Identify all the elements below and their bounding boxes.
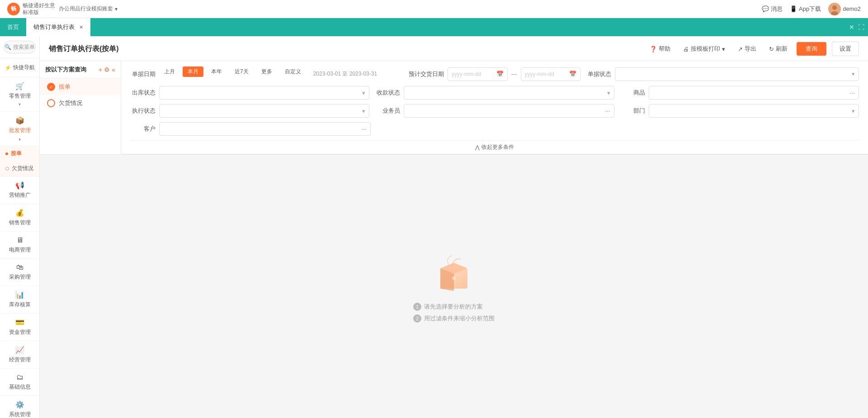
sidebar-item-purchase[interactable]: 🛍 采购管理 (0, 259, 39, 286)
sidebar-search-area: 🔍 搜索菜单 (0, 36, 39, 58)
finance-icon: 💳 (15, 318, 24, 327)
svg-point-1 (832, 5, 837, 10)
scheme-header: 按以下方案查询 + ⚙ « (40, 61, 121, 79)
system-icon: ⚙️ (15, 400, 24, 409)
sidebar-item-basic[interactable]: 🗂 基础信息 (0, 369, 39, 396)
sidebar: 🔍 搜索菜单 ⚡ 快捷导航 🛒 零售管理 ▾ 📦 批发管理 ▴ 按单 (0, 36, 40, 418)
user-avatar-area[interactable]: demo2 (828, 3, 861, 15)
goods-select[interactable]: ··· (649, 86, 859, 100)
sidebar-item-operation[interactable]: 📈 经营管理 (0, 341, 39, 369)
receipt-status-select[interactable]: ▾ (404, 86, 614, 100)
content-area: 销售订单执行表(按单) ❓ 帮助 🖨 按模板打印 ▾ ↗ 导出 (40, 36, 868, 418)
date-tab-custom[interactable]: 自定义 (280, 66, 306, 77)
collapse-button[interactable]: ⋀ 收起更多条件 (130, 140, 859, 154)
close-tab-icon[interactable]: ✕ (849, 24, 854, 31)
sub-menu-presale[interactable]: 按单 (0, 146, 39, 161)
marketing-icon: 📢 (15, 181, 24, 190)
date-tab-thisyear[interactable]: 本年 (206, 66, 227, 77)
refresh-button[interactable]: ↻ 刷新 (765, 43, 791, 55)
tab-close-icon[interactable]: ✕ (79, 24, 83, 30)
sidebar-item-wholesale[interactable]: 📦 批发管理 ▴ (0, 112, 39, 146)
filter-group-dept: 部门 ▾ (620, 104, 859, 118)
salesperson-select[interactable]: ··· (404, 104, 614, 118)
message-button[interactable]: 💬 消息 (762, 5, 783, 13)
logo-icon: 畅 (7, 3, 20, 15)
filter-date-range: yyyy-mm-dd 📅 — yyyy-mm-dd 📅 (448, 67, 580, 81)
exec-status-select[interactable]: ▾ (159, 104, 369, 118)
customer-select[interactable]: ··· (159, 122, 371, 136)
chevron-down-icon: ▾ (19, 102, 21, 107)
page-header-actions: ❓ 帮助 🖨 按模板打印 ▾ ↗ 导出 ↻ 刷新 (646, 42, 859, 56)
sidebar-item-sales[interactable]: 💰 销售管理 (0, 204, 39, 232)
search-menu-button[interactable]: 🔍 搜索菜单 (4, 41, 36, 53)
empty-illustration (431, 250, 476, 295)
calendar-end-icon: 📅 (569, 71, 576, 77)
sidebar-item-inventory[interactable]: 📊 库存核算 (0, 286, 39, 314)
sidebar-item-ecommerce[interactable]: 🖥 电商管理 (0, 232, 39, 259)
scheme-active-icon: ✓ (47, 83, 55, 91)
filter-group-receipt-status: 收款状态 ▾ (375, 86, 614, 100)
dept-select[interactable]: ▾ (649, 104, 859, 118)
delivery-status-select[interactable]: ▾ (159, 86, 369, 100)
search-icon: 🔍 (5, 44, 11, 50)
page-title: 销售订单执行表(按单) (49, 44, 119, 54)
empty-step-2: 2 用过滤条件来缩小分析范围 (413, 314, 495, 323)
add-scheme-icon[interactable]: + (99, 66, 102, 73)
scheme-and-filter: 按以下方案查询 + ⚙ « ✓ 按单 欠货情况 (40, 61, 868, 155)
date-tab-more[interactable]: 更多 (256, 66, 277, 77)
scheme-sidebar: 按以下方案查询 + ⚙ « ✓ 按单 欠货情况 (40, 61, 121, 154)
help-icon: ❓ (650, 46, 657, 52)
empty-state: 1 请先选择要分析的方案 2 用过滤条件来缩小分析范围 (40, 155, 868, 418)
wholesale-icon: 📦 (15, 116, 24, 125)
settings-scheme-icon[interactable]: ⚙ (104, 66, 110, 73)
date-tab-thismonth[interactable]: 本月 (183, 66, 203, 77)
sales-icon: 💰 (15, 209, 24, 217)
export-button[interactable]: ↗ 导出 (734, 43, 760, 55)
sidebar-item-retail[interactable]: 🛒 零售管理 ▾ (0, 77, 39, 112)
tab-bar-end: ✕ ⛶ (90, 24, 868, 31)
date-tab-7days[interactable]: 近7天 (230, 66, 254, 77)
goods-dots-icon[interactable]: ··· (849, 89, 855, 96)
status-select[interactable]: ▾ (615, 67, 859, 81)
filter-group-status: 单据状态 ▾ (586, 67, 859, 81)
delivery-date-end-input[interactable]: yyyy-mm-dd 📅 (521, 67, 581, 81)
scheme-item-presale[interactable]: ✓ 按单 (40, 79, 121, 95)
print-button[interactable]: 🖨 按模板打印 ▾ (679, 43, 729, 55)
retail-icon: 🛒 (15, 82, 24, 90)
sidebar-item-finance[interactable]: 💳 资金管理 (0, 314, 39, 341)
filter-group-delivery-status: 出库状态 ▾ (130, 86, 369, 100)
delivery-date-start-input[interactable]: yyyy-mm-dd 📅 (448, 67, 508, 81)
operation-icon: 📈 (15, 346, 24, 354)
sidebar-item-system[interactable]: ⚙️ 系统管理 (0, 396, 39, 418)
filter-group-goods: 商品 ··· (620, 86, 859, 100)
active-dot-icon (5, 152, 8, 155)
app-download-button[interactable]: 📱 App下载 (790, 5, 821, 13)
help-button[interactable]: ❓ 帮助 (646, 43, 674, 55)
sidebar-item-marketing[interactable]: 📢 营销推广 (0, 176, 39, 204)
settings-button[interactable]: 设置 (832, 42, 859, 56)
wholesale-sub-menu: 按单 欠货情况 (0, 146, 39, 176)
query-button[interactable]: 查询 (797, 42, 826, 56)
quick-nav-section: ⚡ 快捷导航 (0, 58, 39, 77)
salesperson-dots-icon[interactable]: ··· (605, 107, 610, 114)
breadcrumb[interactable]: 办公用品行业模拟账套 ▾ (59, 5, 118, 13)
scheme-item-debt[interactable]: 欠货情况 (40, 95, 121, 111)
empty-step-1: 1 请先选择要分析的方案 (413, 303, 495, 311)
tab-sales-exec[interactable]: 销售订单执行表 ✕ (26, 18, 90, 36)
tab-home[interactable]: 首页 (0, 18, 26, 36)
date-tab-lastmonth[interactable]: 上月 (159, 66, 180, 77)
scheme-actions: + ⚙ « (99, 66, 115, 73)
expand-icon[interactable]: ⛶ (858, 24, 864, 31)
filter-row-1: 单据日期 上月 本月 本年 近7天 更多 自定义 2023-03-01 至 20… (130, 66, 859, 81)
sub-menu-debt[interactable]: 欠货情况 (0, 161, 39, 176)
customer-dots-icon[interactable]: ··· (361, 125, 367, 133)
status-select-chevron-icon: ▾ (852, 71, 855, 77)
delivery-status-chevron-icon: ▾ (362, 90, 365, 96)
collapse-scheme-icon[interactable]: « (112, 66, 115, 73)
breadcrumb-chevron-icon: ▾ (115, 6, 118, 12)
print-icon: 🖨 (683, 46, 689, 52)
svg-point-6 (452, 276, 456, 280)
step-2-number: 2 (413, 314, 421, 323)
dept-chevron-icon: ▾ (852, 108, 855, 114)
quick-nav-button[interactable]: ⚡ 快捷导航 (0, 61, 39, 74)
